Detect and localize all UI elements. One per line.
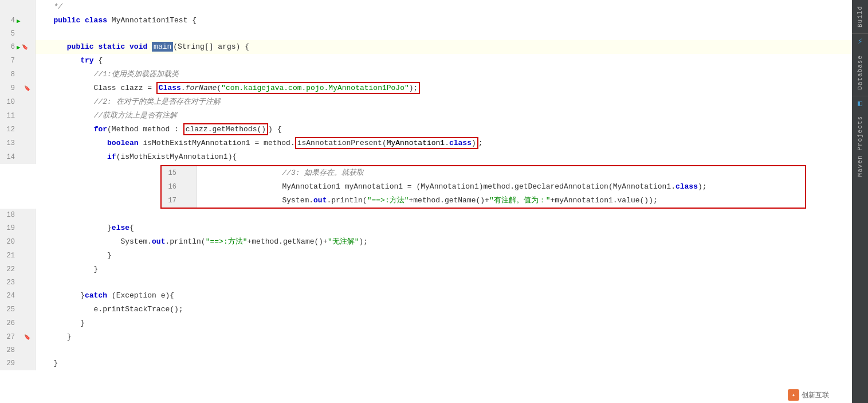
sidebar-icon-maven: ◧ [855,96,865,110]
code-content: if(isMothExistMyAnnotation1){ [36,150,852,164]
code-content: e.printStackTrace(); [36,303,852,316]
run-arrow-icon[interactable]: ▶ [17,17,21,25]
code-content: public static void main(String[] args) { [36,40,852,54]
line-gutter: 15 [162,166,197,180]
code-row: 21 } [0,249,852,263]
line-number: 5 [2,30,15,38]
line-gutter: 9🔖 [0,81,36,95]
line-number: 23 [2,279,15,287]
line-number: 8 [2,71,15,79]
sidebar-tab-maven[interactable]: Maven Projects [853,110,867,182]
line-number: 21 [2,252,15,260]
code-row: 9🔖 Class clazz = Class.forName("com.kaig… [0,81,852,95]
sidebar-tab-build[interactable]: Build [853,0,867,33]
run-arrow-icon[interactable]: ▶ [17,44,21,51]
code-row: 23 [0,276,852,289]
code-row: */ [0,0,852,14]
code-row: 16 MyAnnotation1 myAnnotation1 = (MyAnno… [162,180,805,194]
line-gutter: 26 [0,316,36,330]
line-gutter: 5 [0,28,36,40]
line-number: 26 [2,319,15,327]
code-content: }else{ [36,221,852,235]
line-gutter: 18 [0,209,36,221]
line-gutter: 27🔖 [0,330,36,344]
code-content: System.out.println("==>:方法"+method.getNa… [36,235,852,249]
code-row: 27🔖 } [0,330,852,344]
line-number: 28 [2,346,15,354]
sidebar-tab-database[interactable]: Database [853,49,867,96]
line-gutter: 22 [0,263,36,276]
line-gutter: 28 [0,344,36,357]
line-number: 15 [164,169,176,177]
code-row: 13 boolean isMothExistMyAnnotation1 = me… [0,136,852,150]
code-content: //3: 如果存在。就获取 [197,166,805,180]
code-content: */ [36,0,852,14]
line-gutter: 14 [0,150,36,164]
code-row: 26 } [0,316,852,330]
code-row: 22 } [0,263,852,276]
line-number: 19 [2,224,15,232]
line-number: 7 [2,57,15,65]
line-number: 12 [2,126,15,134]
code-row: 8 //1:使用类加载器加载类 [0,68,852,81]
line-gutter [0,0,36,14]
line-gutter: 29 [0,357,36,370]
code-content [36,344,852,357]
line-gutter: 6▶🔖 [0,40,36,54]
code-row: 29 } [0,357,852,370]
code-content: //2: 在对于的类上是否存在对于注解 [36,95,852,109]
line-gutter: 10 [0,95,36,109]
line-number: 16 [164,183,176,191]
line-gutter: 7 [0,54,36,68]
line-number: 13 [2,139,15,147]
code-content: //1:使用类加载器加载类 [36,68,852,81]
code-row: 10 //2: 在对于的类上是否存在对于注解 [0,95,852,109]
sidebar-icon-db: ⚡ [855,34,865,49]
code-content: } [36,357,852,370]
code-row: 18 [0,209,852,221]
code-content: try { [36,54,852,68]
line-gutter: 12 [0,123,36,136]
line-gutter: 8 [0,68,36,81]
line-number: 17 [164,197,176,205]
code-row: 28 [0,344,852,357]
line-number: 4 [2,17,15,25]
code-row: 11 //获取方法上是否有注解 [0,109,852,123]
code-row: 17 System.out.println("==>:方法"+method.ge… [162,194,805,208]
code-content [36,209,852,221]
code-content [36,276,852,289]
code-row: 12 for(Method method : clazz.getMethods(… [0,123,852,136]
line-gutter: 13 [0,136,36,150]
code-row: 25 e.printStackTrace(); [0,303,852,316]
code-row: 5 [0,28,852,40]
bookmark-icon[interactable]: 🔖 [24,85,30,92]
line-gutter: 19 [0,221,36,235]
code-row: 24 }catch (Exception e){ [0,289,852,303]
code-editor: */4▶ public class MyAnnotation1Test {56▶… [0,0,852,403]
code-content: } [36,249,852,263]
line-gutter: 21 [0,249,36,263]
code-lines-container: */4▶ public class MyAnnotation1Test {56▶… [0,0,852,403]
code-row: 6▶🔖 public static void main(String[] arg… [0,40,852,54]
code-content: for(Method method : clazz.getMethods()) … [36,123,852,136]
code-row: 20 System.out.println("==>:方法"+method.ge… [0,235,852,249]
line-number: 20 [2,238,15,246]
line-number: 27 [2,333,15,341]
line-gutter: 20 [0,235,36,249]
line-number: 25 [2,306,15,314]
line-gutter: 4▶ [0,14,36,28]
line-gutter: 16 [162,180,197,194]
bookmark-icon[interactable]: 🔖 [24,334,30,341]
bookmark-icon[interactable]: 🔖 [22,44,28,50]
line-gutter: 25 [0,303,36,316]
line-number: 14 [2,153,15,161]
watermark: ✦ 创新互联 [788,389,829,401]
code-content: } [36,263,852,276]
code-content: boolean isMothExistMyAnnotation1 = metho… [36,136,852,150]
line-number: 6 [2,43,15,51]
line-gutter: 11 [0,109,36,123]
code-content: System.out.println("==>:方法"+method.getNa… [197,194,805,208]
line-gutter: 24 [0,289,36,303]
line-number: 29 [2,359,15,367]
code-content: public class MyAnnotation1Test { [36,14,852,28]
